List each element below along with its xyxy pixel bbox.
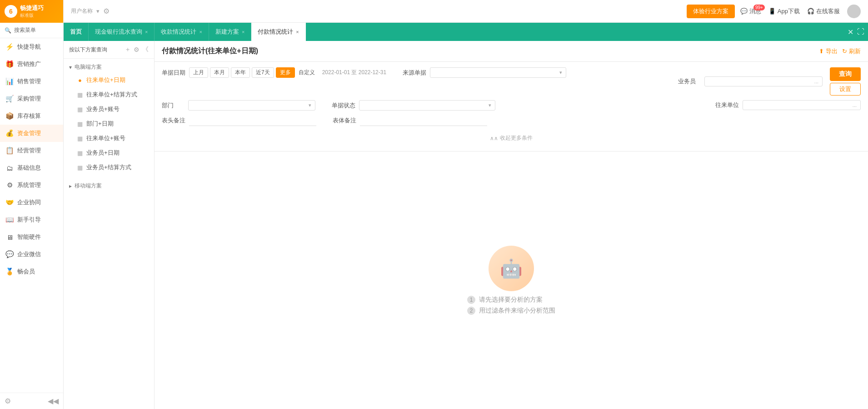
tab-close-new-scheme[interactable]: × — [242, 29, 244, 35]
scheme-header-title: 按以下方案查询 — [69, 46, 122, 54]
scheme-item-0-3[interactable]: ▦部门+日期 — [64, 116, 154, 131]
sidebar-title-wrap: 畅捷通巧 标准版 — [20, 4, 44, 19]
tab-receipt[interactable]: 收款情况统计× — [155, 23, 209, 41]
sidebar-item-enterprise[interactable]: 🤝企业协同 — [0, 194, 63, 211]
sidebar-nav: ⚡快捷导航🎁营销推广📊销售管理🛒采购管理📦库存核算💰资金管理📋经营管理🗂基础信息… — [0, 38, 63, 393]
topbar-user: 用户名称 — [71, 7, 93, 15]
empty-state: 🤖 1 请先选择要分析的方案 2 用过滤条件来缩小分析范围 — [155, 151, 868, 409]
topbar-right: 💬 消息 99+ 📱 App下载 🎧 在线客服 — [740, 5, 861, 18]
staff-select[interactable]: ... — [704, 76, 823, 86]
sidebar-item-inventory[interactable]: 📦库存核算 — [0, 107, 63, 125]
custom-date-btn[interactable]: 自定义 — [297, 68, 317, 77]
staff-select-arrow: ... — [814, 79, 818, 84]
sidebar-label-wechat: 企业微信 — [17, 250, 41, 258]
scheme-item-0-2[interactable]: ▦业务员+账号 — [64, 102, 154, 116]
tab-close-receipt[interactable]: × — [199, 29, 202, 35]
dept-select[interactable]: ▾ — [188, 100, 315, 111]
scheme-group-title-1[interactable]: ▸移动端方案 — [64, 180, 154, 192]
sidebar-item-operation[interactable]: 📋经营管理 — [0, 142, 63, 159]
date-buttons: 上月 本月 本年 近7天 更多 自定义 — [189, 67, 317, 78]
service-icon: 🎧 — [807, 8, 814, 15]
tab-payment[interactable]: 付款情况统计× — [251, 23, 305, 41]
sidebar-item-system[interactable]: ⚙系统管理 — [0, 177, 63, 194]
dept-select-arrow: ▾ — [309, 102, 311, 108]
topbar-left: 用户名称 ▾ ⚙ — [71, 7, 681, 15]
last-month-btn[interactable]: 上月 — [189, 67, 208, 78]
query-button[interactable]: 查询 — [830, 67, 861, 81]
collapse-scheme-icon[interactable]: 《 — [142, 45, 149, 54]
topbar-dropdown-icon[interactable]: ▾ — [96, 8, 100, 15]
user-avatar[interactable] — [847, 5, 861, 18]
empty-tip-1: 1 请先选择要分析的方案 — [467, 296, 555, 304]
scheme-item-0-1[interactable]: ▦往来单位+结算方式 — [64, 87, 154, 102]
tab-home[interactable]: 首页 — [64, 23, 89, 41]
sidebar-icon-wechat: 💬 — [5, 250, 14, 258]
close-all-tabs-icon[interactable]: ✕ — [848, 28, 853, 36]
sidebar-item-finance[interactable]: 💰资金管理 — [0, 125, 63, 142]
sidebar-item-guide[interactable]: 📖新手引导 — [0, 211, 63, 228]
empty-robot-icon: 🤖 — [489, 246, 534, 291]
scheme-item-0-0[interactable]: ●往来单位+日期 — [64, 73, 154, 87]
sidebar-item-purchase[interactable]: 🛒采购管理 — [0, 90, 63, 107]
filter-row-2: 部门 ▾ 单据状态 ▾ 往来单位 — [162, 100, 861, 111]
last-7days-btn[interactable]: 近7天 — [252, 67, 274, 78]
head-note-input[interactable] — [189, 115, 316, 126]
message-button[interactable]: 💬 消息 99+ — [740, 7, 761, 15]
form-area: 付款情况统计(往来单位+日期) ⬆ 导出 ↻ 刷新 单 — [155, 41, 868, 409]
tip-num-2: 2 — [467, 307, 475, 315]
counter-select-arrow: ... — [853, 102, 857, 108]
tab-close-bank[interactable]: × — [145, 29, 148, 35]
scheme-item-0-5[interactable]: ▦业务员+日期 — [64, 146, 154, 160]
counter-select[interactable]: ... — [743, 100, 861, 110]
sidebar-item-quick-nav[interactable]: ⚡快捷导航 — [0, 38, 63, 56]
online-service-button[interactable]: 🎧 在线客服 — [807, 7, 840, 15]
this-month-btn[interactable]: 本月 — [210, 67, 229, 78]
sidebar-icon-purchase: 🛒 — [5, 95, 14, 103]
settings-icon[interactable]: ⚙ — [5, 397, 11, 405]
trial-button[interactable]: 体验行业方案 — [687, 5, 735, 18]
sidebar-item-member[interactable]: 🏅畅会员 — [0, 263, 63, 280]
maximize-icon[interactable]: ⛶ — [857, 28, 864, 36]
refresh-button[interactable]: ↻ 刷新 — [842, 47, 861, 56]
body-note-input[interactable] — [360, 115, 487, 126]
filter-settings-button[interactable]: 设置 — [830, 83, 861, 96]
sidebar-label-enterprise: 企业协同 — [17, 198, 41, 207]
tip-text-1: 请先选择要分析的方案 — [479, 296, 543, 304]
sidebar-collapse-btn[interactable]: ◀◀ — [48, 397, 59, 405]
sidebar-label-hardware: 智能硬件 — [17, 233, 41, 241]
scheme-group-arrow-0: ▾ — [69, 64, 72, 71]
dept-label: 部门 — [162, 101, 185, 110]
status-field: 单据状态 ▾ — [332, 100, 495, 111]
tab-new-scheme[interactable]: 新建方案× — [209, 23, 251, 41]
tab-label-new-scheme: 新建方案 — [215, 28, 239, 36]
source-select[interactable]: ▾ — [430, 67, 566, 78]
sidebar-label-system: 系统管理 — [17, 181, 41, 189]
scheme-item-0-4[interactable]: ▦往来单位+账号 — [64, 131, 154, 146]
app-download-button[interactable]: 📱 App下载 — [768, 7, 800, 15]
sidebar-item-sales[interactable]: 📊销售管理 — [0, 73, 63, 90]
filter-row-1: 单据日期 上月 本月 本年 近7天 更多 自定义 2022-01-01 至 20… — [162, 67, 861, 96]
search-menu-label: 搜索菜单 — [14, 26, 36, 34]
topbar-settings-icon[interactable]: ⚙ — [103, 7, 110, 15]
refresh-label: 刷新 — [849, 47, 861, 56]
sidebar-item-wechat[interactable]: 💬企业微信 — [0, 246, 63, 263]
sidebar-item-basic[interactable]: 🗂基础信息 — [0, 159, 63, 177]
settings-scheme-icon[interactable]: ⚙ — [134, 46, 140, 53]
status-select[interactable]: ▾ — [359, 100, 495, 111]
scheme-header-actions: ＋ ⚙ 《 — [125, 45, 149, 54]
scheme-group-title-0[interactable]: ▾电脑端方案 — [64, 61, 154, 73]
tab-bank[interactable]: 现金银行流水查询× — [89, 23, 155, 41]
this-year-btn[interactable]: 本年 — [231, 67, 250, 78]
filter-area: 单据日期 上月 本月 本年 近7天 更多 自定义 2022-01-01 至 20… — [155, 62, 868, 151]
app-icon: 📱 — [768, 8, 776, 15]
collapse-conditions-label: 收起更多条件 — [500, 134, 533, 142]
add-scheme-icon[interactable]: ＋ — [125, 45, 131, 54]
sidebar-item-marketing[interactable]: 🎁营销推广 — [0, 56, 63, 73]
scheme-item-0-6[interactable]: ▦业务员+结算方式 — [64, 160, 154, 175]
sidebar-item-hardware[interactable]: 🖥智能硬件 — [0, 228, 63, 246]
tab-close-payment[interactable]: × — [296, 29, 299, 35]
collapse-conditions-btn[interactable]: ∧∧ 收起更多条件 — [162, 131, 861, 146]
search-menu[interactable]: 🔍 搜索菜单 — [0, 23, 63, 38]
export-button[interactable]: ⬆ 导出 — [819, 47, 838, 56]
more-date-btn[interactable]: 更多 — [276, 67, 295, 78]
